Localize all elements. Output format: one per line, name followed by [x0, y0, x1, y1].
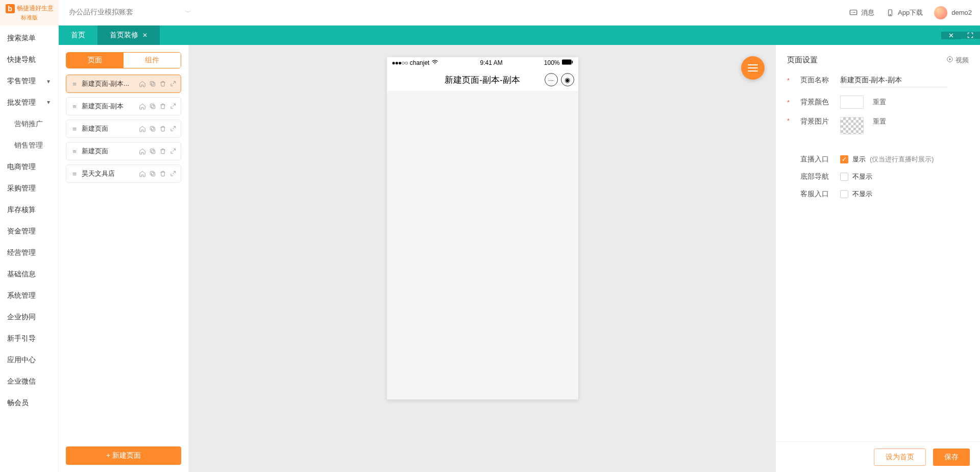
- svg-rect-8: [150, 126, 154, 130]
- page-item-name: 新建页面-副本...: [82, 79, 136, 88]
- checkbox-label: 不显示: [852, 190, 872, 199]
- tab-home[interactable]: 首页: [59, 26, 97, 45]
- required-mark: *: [787, 99, 791, 106]
- drag-handle-icon[interactable]: ≡: [70, 80, 79, 88]
- share-icon[interactable]: [169, 125, 177, 132]
- checkbox-label: 不显示: [852, 172, 872, 181]
- tab-page-decorate[interactable]: 首页装修 ✕: [97, 26, 160, 45]
- account-select[interactable]: 办公品行业模拟账套 ﹀: [69, 5, 191, 20]
- close-icon[interactable]: ✕: [142, 32, 148, 39]
- sidebar-item-guide[interactable]: 新手引导: [0, 328, 58, 349]
- reset-bg-color-button[interactable]: 重置: [873, 98, 886, 107]
- page-item[interactable]: ≡ 新建页面: [66, 120, 181, 138]
- bg-color-swatch[interactable]: [840, 96, 864, 109]
- new-page-button[interactable]: + 新建页面: [66, 446, 181, 465]
- set-home-button[interactable]: 设为首页: [874, 449, 926, 466]
- sidebar-item-retail[interactable]: 零售管理▼: [0, 70, 58, 92]
- sidebar-item-wechat[interactable]: 企业微信: [0, 371, 58, 392]
- sidebar-item-purchase[interactable]: 采购管理: [0, 178, 58, 199]
- share-icon[interactable]: [169, 148, 177, 155]
- username: demo2: [951, 9, 972, 16]
- copy-icon[interactable]: [149, 125, 156, 132]
- page-item[interactable]: ≡ 新建页面: [66, 142, 181, 160]
- phone-icon: [886, 8, 895, 17]
- battery-label: 100%: [544, 59, 560, 66]
- drag-handle-icon[interactable]: ≡: [70, 148, 79, 155]
- home-icon[interactable]: [139, 103, 146, 110]
- drag-handle-icon[interactable]: ≡: [70, 170, 79, 178]
- pages-tab-page[interactable]: 页面: [66, 53, 124, 68]
- play-icon: [946, 56, 953, 64]
- sidebar-item-inventory[interactable]: 库存核算: [0, 199, 58, 221]
- sidebar-item-label: 库存核算: [7, 205, 36, 215]
- sidebar-item-ecommerce[interactable]: 电商管理: [0, 156, 58, 178]
- save-button[interactable]: 保存: [933, 449, 970, 466]
- share-icon[interactable]: [169, 80, 177, 87]
- home-icon[interactable]: [139, 148, 146, 155]
- copy-icon[interactable]: [149, 170, 156, 177]
- sidebar-item-marketing[interactable]: 营销推广: [0, 113, 58, 135]
- phone-body[interactable]: [387, 91, 578, 399]
- target-icon[interactable]: ◉: [561, 73, 574, 86]
- svg-rect-3: [152, 83, 155, 86]
- video-link[interactable]: 视频: [946, 56, 969, 65]
- sidebar-item-search-menu[interactable]: 搜索菜单: [0, 28, 58, 49]
- phone-title: 新建页面-副本-副本: [445, 74, 520, 86]
- app-download-label: App下载: [898, 8, 923, 17]
- sidebar-item-business[interactable]: 经营管理: [0, 242, 58, 264]
- copy-icon[interactable]: [149, 80, 156, 87]
- sidebar-item-finance[interactable]: 资金管理: [0, 221, 58, 242]
- home-icon[interactable]: [139, 125, 146, 132]
- caret-up-icon: ▲: [46, 100, 51, 106]
- page-item-name: 昊天文具店: [82, 169, 136, 178]
- page-item[interactable]: ≡ 新建页面-副本: [66, 97, 181, 115]
- sidebar-item-wholesale[interactable]: 批发管理▲: [0, 92, 58, 113]
- home-icon[interactable]: [139, 170, 146, 177]
- fullscreen-button[interactable]: [961, 32, 980, 39]
- sidebar-item-label: 企业协同: [7, 313, 36, 322]
- sidebar-item-apps[interactable]: 应用中心: [0, 349, 58, 371]
- page-name-input[interactable]: [840, 73, 947, 87]
- page-item[interactable]: ≡ 昊天文具店: [66, 164, 181, 183]
- logo-icon: b: [6, 4, 15, 13]
- bottom-nav-checkbox[interactable]: [840, 173, 848, 181]
- drag-handle-icon[interactable]: ≡: [70, 125, 79, 133]
- drag-handle-icon[interactable]: ≡: [70, 103, 79, 110]
- sidebar-item-label: 电商管理: [7, 162, 36, 172]
- share-icon[interactable]: [169, 103, 177, 110]
- sidebar-item-basic-info[interactable]: 基础信息: [0, 264, 58, 285]
- page-item[interactable]: ≡ 新建页面-副本...: [66, 75, 181, 93]
- bg-image-swatch[interactable]: [840, 117, 864, 134]
- reset-bg-image-button[interactable]: 重置: [873, 117, 886, 126]
- sidebar-item-collab[interactable]: 企业协同: [0, 306, 58, 328]
- share-icon[interactable]: [169, 170, 177, 177]
- copy-icon[interactable]: [149, 103, 156, 110]
- delete-icon[interactable]: [159, 80, 166, 87]
- sidebar-item-sales[interactable]: 销售管理: [0, 135, 58, 156]
- live-entry-checkbox[interactable]: ✓: [840, 155, 848, 163]
- home-icon[interactable]: [139, 80, 146, 87]
- sidebar-item-system[interactable]: 系统管理: [0, 285, 58, 306]
- delete-icon[interactable]: [159, 103, 166, 110]
- delete-icon[interactable]: [159, 170, 166, 177]
- tab-close-button[interactable]: ✕: [941, 32, 961, 39]
- copy-icon[interactable]: [149, 148, 156, 155]
- pages-tab-component[interactable]: 组件: [124, 53, 181, 68]
- cs-entry-checkbox[interactable]: [840, 190, 848, 198]
- svg-rect-12: [150, 171, 154, 175]
- sidebar-item-label: 快捷导航: [7, 55, 36, 64]
- sidebar-item-label: 资金管理: [7, 227, 36, 236]
- cs-entry-label: 客服入口: [800, 190, 831, 199]
- user-menu[interactable]: demo2: [934, 6, 972, 19]
- fab-menu-button[interactable]: [741, 56, 765, 80]
- app-download-link[interactable]: App下载: [886, 8, 923, 17]
- logo-edition: 标准版: [21, 14, 38, 21]
- sidebar-item-member[interactable]: 畅会员: [0, 392, 58, 414]
- delete-icon[interactable]: [159, 148, 166, 155]
- messages-link[interactable]: 消息: [849, 8, 874, 17]
- logo[interactable]: b 畅捷通好生意 标准版: [0, 0, 59, 26]
- more-icon[interactable]: ···: [545, 73, 558, 86]
- bg-color-label: 背景颜色: [800, 98, 831, 107]
- sidebar-item-quick-nav[interactable]: 快捷导航: [0, 49, 58, 70]
- delete-icon[interactable]: [159, 125, 166, 132]
